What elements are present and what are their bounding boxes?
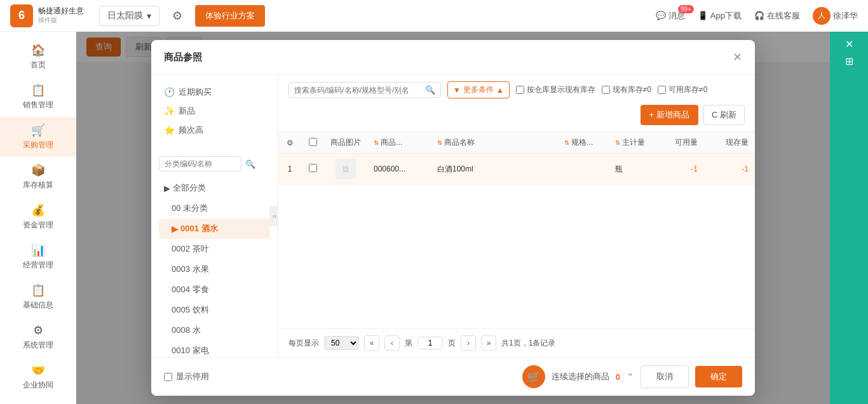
- cat-label-beverage: 0005 饮料: [172, 304, 209, 316]
- product-toolbar: 🔍 ▼ 更多条件 ▲ 按仓库显示现有库存: [278, 75, 755, 132]
- cat-item-tea[interactable]: 0002 茶叶: [159, 239, 270, 259]
- col-header-gear[interactable]: ⚙: [278, 132, 301, 154]
- sidebar-item-purchase[interactable]: 🛒 采购管理: [0, 117, 76, 157]
- toolbar-right: + 新增商品 C 刷新: [641, 105, 745, 125]
- checkbox-stock-label: 现有库存≠0: [613, 84, 651, 95]
- last-page-btn[interactable]: »: [481, 335, 496, 351]
- col-header-unit[interactable]: ⇅ 主计量: [609, 132, 653, 154]
- headset-icon: 🎧: [754, 11, 764, 20]
- collapse-icon[interactable]: ⌃: [627, 372, 634, 382]
- logo-sub: 插件版: [38, 16, 84, 25]
- more-filter-btn[interactable]: ▼ 更多条件 ▲: [447, 81, 510, 98]
- search-icon[interactable]: 🔍: [425, 85, 435, 95]
- branch-name: 日太阳膜: [107, 10, 143, 22]
- cat-item-liquor[interactable]: ▶ 0001 酒水: [159, 219, 270, 239]
- checkbox-available-label: 可用库存≠0: [668, 84, 707, 95]
- message-icon: 💬: [656, 11, 666, 20]
- product-search-input[interactable]: [294, 86, 421, 95]
- cat-item-water[interactable]: 0008 水: [159, 320, 270, 340]
- page-input[interactable]: [417, 337, 443, 349]
- col-header-name[interactable]: ⇅ 商品名称: [431, 132, 558, 154]
- col-header-stock[interactable]: 现存量: [704, 132, 755, 154]
- col-header-spec[interactable]: ⇅ 规格...: [558, 132, 609, 154]
- col-header-code[interactable]: ⇅ 商品...: [367, 132, 431, 154]
- checkbox-stock[interactable]: [602, 86, 610, 94]
- sidebar-item-finance[interactable]: 💰 资金管理: [0, 197, 76, 237]
- cat-label-fruit: 0003 水果: [172, 264, 209, 275]
- prev-page-btn[interactable]: ‹: [384, 335, 400, 351]
- shortcut-frequent[interactable]: ⭐ 频次高: [159, 121, 270, 140]
- cancel-button[interactable]: 取消: [641, 365, 689, 388]
- category-shortcuts: 🕐 近期购买 ✨ 新品 ⭐ 频次高: [151, 83, 278, 145]
- cat-item-beverage[interactable]: 0005 饮料: [159, 300, 270, 320]
- sidebar-item-sales[interactable]: 📋 销售管理: [0, 77, 76, 117]
- col-header-avail[interactable]: 可用量: [653, 132, 704, 154]
- first-page-btn[interactable]: «: [364, 335, 379, 351]
- collapse-panel-btn[interactable]: ‹‹: [269, 206, 278, 226]
- checkbox-warehouse-group[interactable]: 按仓库显示现有库存: [516, 84, 595, 95]
- star-icon: ⭐: [164, 125, 175, 135]
- shortcut-new[interactable]: ✨ 新品: [159, 102, 270, 121]
- cat-label-tea: 0002 茶叶: [172, 243, 209, 255]
- checkbox-available-group[interactable]: 可用库存≠0: [658, 84, 707, 95]
- avatar: 人: [813, 7, 831, 25]
- confirm-button[interactable]: 确定: [695, 366, 742, 387]
- close-icon[interactable]: ✕: [733, 50, 742, 64]
- table-row[interactable]: 1 🖼 000600... 白酒100ml: [278, 154, 755, 185]
- cat-item-uncat[interactable]: 00 未分类: [159, 198, 270, 219]
- row-check[interactable]: [301, 154, 324, 185]
- expand-right-icon[interactable]: ⊞: [845, 55, 853, 67]
- sidebar-item-system[interactable]: ⚙ 系统管理: [0, 317, 76, 357]
- show-disabled-checkbox[interactable]: [164, 373, 172, 381]
- select-all-checkbox[interactable]: [309, 138, 317, 146]
- category-list: ▶ 全部分类 00 未分类 ▶ 0001 酒水 0002 茶: [151, 178, 278, 357]
- per-page-select[interactable]: 50 20 100: [324, 336, 359, 350]
- cat-item-all[interactable]: ▶ 全部分类: [159, 178, 270, 198]
- checkbox-warehouse[interactable]: [516, 86, 524, 94]
- modal-overlay[interactable]: 商品参照 ✕ 🕐 近期购买 ✨ 新: [76, 32, 830, 404]
- sidebar-label-purchase: 采购管理: [23, 140, 53, 151]
- sidebar-item-basic[interactable]: 📋 基础信息: [0, 277, 76, 317]
- sidebar-item-home[interactable]: 🏠 首页: [0, 37, 76, 77]
- row-spec: [558, 154, 609, 185]
- sidebar-item-inventory[interactable]: 📦 库存核算: [0, 157, 76, 197]
- close-right-icon[interactable]: ✕: [845, 38, 853, 50]
- trial-button[interactable]: 体验行业方案: [195, 5, 265, 27]
- category-search-input[interactable]: [159, 156, 241, 172]
- cat-label-snack: 0004 零食: [172, 284, 209, 295]
- gear-icon[interactable]: ⚙: [167, 6, 187, 26]
- logo-text: 畅捷通好生意: [38, 6, 84, 17]
- page-suffix: 页: [448, 338, 456, 349]
- search-icon[interactable]: 🔍: [245, 159, 255, 169]
- checkbox-available[interactable]: [658, 86, 666, 94]
- app-download-item[interactable]: 📱 App下载: [698, 10, 742, 22]
- row-checkbox[interactable]: [309, 164, 317, 172]
- next-page-btn[interactable]: ›: [461, 335, 476, 351]
- cart-icon-wrap[interactable]: 🛒: [522, 365, 545, 388]
- sidebar-item-ops[interactable]: 📊 经营管理: [0, 237, 76, 277]
- selected-text: 连续选择的商品: [552, 371, 609, 382]
- user-avatar-item[interactable]: 人 徐泽华: [813, 7, 858, 25]
- filter-label: 更多条件: [463, 84, 494, 95]
- cat-item-appliance[interactable]: 0010 家电: [159, 340, 270, 357]
- show-disabled-group[interactable]: 显示停用: [164, 371, 209, 382]
- sidebar-item-collab[interactable]: 🤝 企业协同: [0, 357, 76, 397]
- add-product-btn[interactable]: + 新增商品: [641, 105, 698, 125]
- sidebar-label-collab: 企业协同: [23, 380, 53, 391]
- cat-item-snack[interactable]: 0004 零食: [159, 279, 270, 300]
- sidebar-item-guide[interactable]: 📖 新手引导: [0, 397, 76, 404]
- online-service-label: 在线客服: [767, 10, 800, 22]
- right-panel: ✕ ⊞: [830, 32, 868, 404]
- page-label: 第: [405, 338, 412, 349]
- cat-item-fruit[interactable]: 0003 水果: [159, 259, 270, 279]
- shortcut-recent[interactable]: 🕐 近期购买: [159, 83, 270, 102]
- refresh-btn[interactable]: C 刷新: [703, 105, 745, 125]
- per-page-label: 每页显示: [288, 338, 319, 349]
- online-service-item[interactable]: 🎧 在线客服: [754, 10, 800, 22]
- branch-selector[interactable]: 日太阳膜 ▾: [99, 6, 159, 26]
- phone-icon: 📱: [698, 11, 708, 20]
- sidebar-label-finance: 资金管理: [23, 220, 53, 231]
- dialog-body: 🕐 近期购买 ✨ 新品 ⭐ 频次高: [151, 75, 755, 357]
- checkbox-stock-group[interactable]: 现有库存≠0: [602, 84, 651, 95]
- message-item[interactable]: 💬 消息 99+: [656, 10, 685, 22]
